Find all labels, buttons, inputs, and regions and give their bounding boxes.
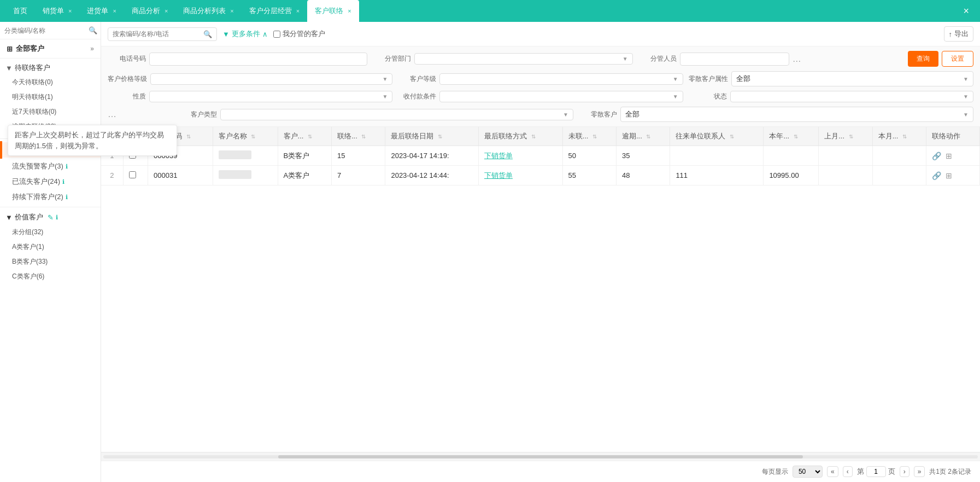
sidebar-search-input[interactable] (4, 27, 86, 34)
close-product-analysis-list-icon[interactable]: × (230, 0, 233, 22)
advanced-filters: 电话号码 分管部门 ▼ 分管人员 … 查询 设置 (101, 47, 980, 127)
row2-link-icon[interactable]: 🔗 (932, 171, 941, 180)
window-close-button[interactable]: × (958, 5, 975, 17)
close-product-analysis-icon[interactable]: × (165, 0, 168, 22)
row1-this-year (764, 146, 819, 166)
row1-grid-icon[interactable]: ⊞ (946, 152, 952, 160)
status-select[interactable]: ▼ (730, 91, 973, 102)
sidebar-item-today[interactable]: 今天待联络(0) (0, 75, 101, 90)
sidebar-value-customer-group[interactable]: ▼ 价值客户 ✎ ℹ (0, 210, 101, 225)
page-number-input[interactable] (866, 466, 886, 477)
chevron-down-nature: ▼ (382, 94, 388, 100)
col-name[interactable]: 客户名称 ⇅ (213, 127, 278, 146)
nature-select[interactable]: ▼ (149, 91, 392, 102)
export-icon: ↑ (949, 30, 953, 38)
sort-code-icon: ⇅ (186, 133, 191, 140)
more-conditions-button[interactable]: ▼ 更多条件 ∧ (222, 29, 268, 39)
nav-customer-contact[interactable]: 客户联络 × (307, 0, 359, 22)
sidebar-item-declining[interactable]: 持续下滑客户(2) ℹ (0, 189, 101, 205)
row1-last-method[interactable]: 下销货单 (478, 146, 562, 166)
first-page-button[interactable]: « (827, 466, 838, 477)
sidebar-item-class-b[interactable]: B类客户(33) (0, 254, 101, 269)
sort-lmonth-icon: ⇅ (849, 133, 853, 140)
row2-this-year: 10995.00 (764, 166, 819, 185)
sidebar-collapse-icon[interactable]: » (90, 45, 94, 53)
col-last-contact-method[interactable]: 最后联络方式 ⇅ (478, 127, 562, 146)
nav-product-analysis-list[interactable]: 商品分析列表 × (175, 0, 241, 22)
sidebar-item-loss-warning[interactable]: 流失预警客户(3) ℹ (0, 159, 101, 174)
col-last-contact-date[interactable]: 最后联络日期 ⇅ (385, 127, 479, 146)
edit-group-icon[interactable]: ✎ (48, 213, 54, 222)
row1-uncontacted: 50 (562, 146, 616, 166)
nav-customer-segment[interactable]: 客户分层经营 × (242, 0, 307, 22)
filter-bar: 🔍 ▼ 更多条件 ∧ 我分管的客户 ↑ 导出 (101, 22, 980, 47)
row1-level: B类客户 (278, 146, 331, 166)
more-filters-dots[interactable]: … (108, 109, 116, 119)
chevron-down-customer-level: ▼ (673, 76, 678, 82)
customer-level-select[interactable]: ▼ (439, 73, 683, 85)
close-purchase-order-icon[interactable]: × (113, 0, 116, 22)
chevron-down-status: ▼ (963, 94, 969, 100)
sidebar-item-class-a[interactable]: A类客户(1) (0, 240, 101, 254)
horizontal-scrollbar[interactable] (101, 452, 980, 461)
nav-purchase-order[interactable]: 进货单 × (79, 0, 124, 22)
retail-customer-select[interactable]: 全部 ▼ (620, 107, 973, 122)
manager-dots-icon[interactable]: … (793, 54, 801, 64)
col-level[interactable]: 客户... ⇅ (278, 127, 331, 146)
sidebar-search-icon[interactable]: 🔍 (89, 26, 97, 34)
row1-link-icon[interactable]: 🔗 (932, 152, 941, 160)
manager-input[interactable] (680, 53, 789, 66)
row2-name-blur (219, 170, 251, 179)
close-customer-segment-icon[interactable]: × (296, 0, 300, 22)
customer-type-select[interactable]: ▼ (220, 109, 573, 120)
chevron-up-icon: ∧ (262, 30, 268, 38)
sidebar-item-7days[interactable]: 近7天待联络(0) (0, 104, 101, 119)
sort-method-icon: ⇅ (531, 133, 536, 140)
my-customers-checkbox[interactable] (273, 31, 280, 38)
table-row: 2 000031 A类客户 7 2023-04-12 14:44: 下销货单 (101, 166, 980, 185)
col-this-month[interactable]: 本月... ⇅ (872, 127, 926, 146)
prev-page-button[interactable]: ‹ (843, 466, 853, 477)
row2-grid-icon[interactable]: ⊞ (946, 171, 952, 180)
col-last-month[interactable]: 上月... ⇅ (819, 127, 872, 146)
pagination-bar: 每页显示 50 20 100 « ‹ 第 页 › » 共1页 2条记录 (101, 461, 980, 482)
row2-this-month (872, 166, 926, 185)
search-bar-icon[interactable]: 🔍 (203, 30, 212, 38)
next-page-button[interactable]: › (900, 466, 909, 477)
close-customer-contact-icon[interactable]: × (348, 0, 351, 22)
sidebar-all-customers[interactable]: ⊞ 全部客户 » (0, 39, 101, 59)
col-contact[interactable]: 联络... ⇅ (331, 127, 385, 146)
settings-button[interactable]: 设置 (942, 51, 973, 67)
row2-contact: 7 (331, 166, 385, 185)
nav-sales-order[interactable]: 销货单 × (35, 0, 79, 22)
col-this-year[interactable]: 本年... ⇅ (764, 127, 819, 146)
price-level-select[interactable]: ▼ (150, 73, 392, 85)
query-button[interactable]: 查询 (908, 51, 938, 67)
row1-last-date: 2023-04-17 14:19: (385, 146, 479, 166)
filter-row-1: 电话号码 分管部门 ▼ 分管人员 … 查询 设置 (108, 51, 973, 67)
close-sales-order-icon[interactable]: × (68, 0, 72, 22)
sidebar-pending-contact-title[interactable]: ▼ 待联络客户 (0, 61, 101, 75)
sidebar-item-class-c[interactable]: C类客户(6) (0, 269, 101, 284)
per-page-select[interactable]: 50 20 100 (793, 466, 823, 478)
filter-customer-type: 客户类型 ▼ (179, 109, 573, 120)
export-button[interactable]: ↑ 导出 (944, 26, 974, 42)
nav-product-analysis[interactable]: 商品分析 × (124, 0, 175, 22)
row2-checkbox[interactable] (129, 171, 136, 178)
last-page-button[interactable]: » (914, 466, 925, 477)
sidebar-item-ungrouped[interactable]: 未分组(32) (0, 225, 101, 240)
retail-attr-select[interactable]: 全部 ▼ (731, 71, 973, 86)
nav-home[interactable]: 首页 (5, 0, 35, 22)
phone-input[interactable] (149, 53, 367, 66)
col-unit-contact[interactable]: 往来单位联系人 ⇅ (670, 127, 764, 146)
search-input[interactable] (113, 30, 200, 38)
col-overdue[interactable]: 逾期... ⇅ (616, 127, 670, 146)
filter-payment: 收付款条件 ▼ (398, 91, 683, 102)
payment-select[interactable]: ▼ (439, 91, 683, 102)
scroll-thumb (278, 455, 803, 458)
row2-last-method[interactable]: 下销货单 (478, 166, 562, 185)
dept-select[interactable]: ▼ (414, 53, 632, 65)
sidebar-item-tomorrow[interactable]: 明天待联络(1) (0, 90, 101, 104)
col-uncontacted[interactable]: 未联... ⇅ (562, 127, 616, 146)
sidebar-item-lost-customers[interactable]: 已流失客户(24) ℹ (0, 174, 101, 189)
